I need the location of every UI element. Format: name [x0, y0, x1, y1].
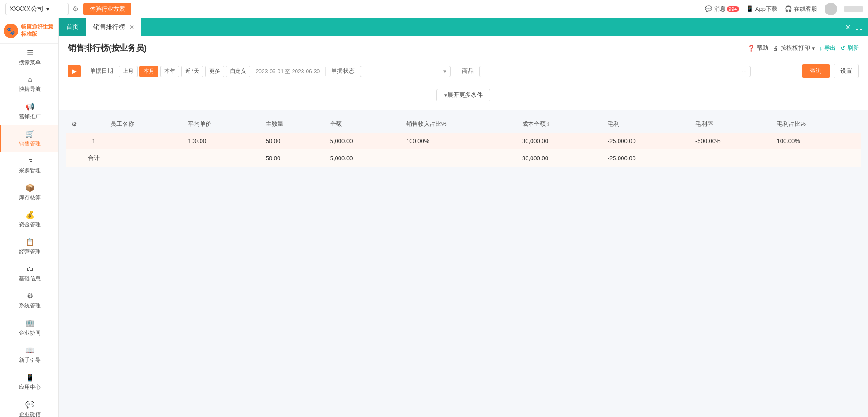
sidebar-item-finance[interactable]: 💰 资金管理	[0, 206, 58, 233]
goods-more-icon[interactable]: ···	[742, 68, 747, 75]
sidebar-item-marketing[interactable]: 📢 营销推广	[0, 98, 58, 125]
row-sales-ratio: 100.00%	[401, 133, 517, 149]
date-btn-7days[interactable]: 近7天	[181, 66, 203, 77]
sidebar-item-purchase[interactable]: 🛍 采购管理	[0, 152, 58, 179]
col-header-main-qty: 主数量	[260, 115, 325, 133]
online-service-btn[interactable]: 🎧 在线客服	[785, 5, 817, 13]
tab-sales-rank[interactable]: 销售排行榜 ✕	[86, 18, 141, 36]
message-icon: 💬	[705, 5, 712, 12]
sidebar-item-search-order[interactable]: ☰ 搜索菜单	[0, 44, 58, 71]
close-window-icon[interactable]: ✕	[845, 23, 851, 32]
table-footer: 合计 50.00 5,000.00 30,000.00 -25,000.00	[66, 149, 861, 167]
trial-btn[interactable]: 体验行业方案	[83, 3, 131, 15]
col-header-cost-amount: 成本全额 ℹ	[517, 115, 602, 133]
date-btn-custom[interactable]: 自定义	[226, 66, 250, 77]
table-header-row: ⚙ 员工名称 平均单价 主数量 全额 销售收入占比% 成本全额 ℹ 毛利	[66, 115, 861, 133]
top-bar-right: 💬 消息 99+ 📱 App下载 🎧 在线客服	[705, 3, 863, 15]
sidebar-item-label: 搜索菜单	[19, 59, 41, 67]
expand-window-icon[interactable]: ⛶	[855, 23, 863, 31]
system-icon: ⚙	[27, 292, 33, 300]
col-header-rank	[82, 115, 105, 133]
help-btn[interactable]: ❓ 帮助	[748, 44, 768, 52]
col-header-employee: 员工名称	[105, 115, 182, 133]
sidebar-item-label: 销售管理	[19, 140, 41, 148]
row-avg-price: 100.00	[182, 133, 260, 149]
col-header-settings[interactable]: ⚙	[66, 115, 82, 133]
tab-close-icon[interactable]: ✕	[129, 24, 134, 30]
tab-bar: 首页 销售排行榜 ✕ ✕ ⛶	[59, 18, 868, 36]
date-btn-this-month[interactable]: 本月	[139, 66, 158, 77]
sidebar-item-label: 库存核算	[19, 194, 41, 201]
row-rank: 1	[82, 133, 105, 149]
sidebar-item-enterprise-wechat[interactable]: 💬 企业微信	[0, 396, 58, 417]
filter-expand-row: ▾ 展开更多条件	[68, 82, 859, 104]
row-gross-profit: -25,000.00	[602, 133, 690, 149]
total-employee	[105, 149, 182, 167]
avatar[interactable]	[825, 3, 837, 15]
sidebar-item-new-guide[interactable]: 📖 新手引导	[0, 341, 58, 369]
logo-text: 畅康通好生意 标准版	[21, 24, 53, 38]
home-icon: ⌂	[28, 76, 32, 84]
sidebar-item-quick-nav[interactable]: ⌂ 快捷导航	[0, 71, 58, 98]
sidebar-item-inventory[interactable]: 📦 库存核算	[0, 179, 58, 206]
table-body: 1 100.00 50.00 5,000.00 100.00% 30,000.0…	[66, 133, 861, 149]
sidebar-item-label: 经营管理	[19, 248, 41, 256]
col-header-avg-price: 平均单价	[182, 115, 260, 133]
tab-home[interactable]: 首页	[59, 18, 86, 36]
table-header: ⚙ 员工名称 平均单价 主数量 全额 销售收入占比% 成本全额 ℹ 毛利	[66, 115, 861, 133]
sidebar-item-app-center[interactable]: 📱 应用中心	[0, 369, 58, 396]
export-icon: ↓	[820, 45, 823, 52]
page-content: 销售排行榜(按业务员) ❓ 帮助 🖨 按模板打印 ▾ ↓ 导出	[59, 36, 868, 417]
marketing-icon: 📢	[25, 102, 34, 111]
export-btn[interactable]: ↓ 导出	[820, 44, 836, 52]
row-gross-profit-pct: 100.00%	[772, 133, 861, 149]
query-btn[interactable]: 查询	[802, 64, 830, 78]
help-icon: ❓	[748, 45, 755, 52]
sidebar-item-enterprise-collab[interactable]: 🏢 企业协同	[0, 314, 58, 341]
expand-icon: ▾	[444, 92, 447, 99]
message-badge: 99+	[727, 6, 739, 12]
goods-input[interactable]: ···	[479, 66, 751, 77]
print-icon: 🖨	[773, 45, 779, 52]
filter-collapse-btn[interactable]: ▶	[68, 65, 81, 77]
main-layout: 🐾 畅康通好生意 标准版 ☰ 搜索菜单 ⌂ 快捷导航 📢 营销推广 🛒 销售管理…	[0, 18, 868, 417]
refresh-btn[interactable]: ↺ 刷新	[840, 44, 859, 52]
app-icon: 📱	[746, 5, 753, 12]
date-btn-last-month[interactable]: 上月	[119, 66, 138, 77]
sidebar-item-sales[interactable]: 🛒 销售管理	[0, 125, 58, 152]
sidebar-item-system[interactable]: ⚙ 系统管理	[0, 287, 58, 314]
total-row: 合计 50.00 5,000.00 30,000.00 -25,000.00	[66, 149, 861, 167]
print-btn[interactable]: 🖨 按模板打印 ▾	[773, 44, 815, 52]
date-btn-more[interactable]: 更多	[205, 66, 224, 77]
expand-more-btn[interactable]: ▾ 展开更多条件	[436, 89, 490, 101]
status-select[interactable]: ▾	[360, 66, 451, 77]
message-btn[interactable]: 💬 消息 99+	[705, 5, 739, 13]
date-range: 2023-06-01 至 2023-06-30	[256, 68, 320, 76]
settings-btn[interactable]: 设置	[834, 64, 859, 78]
page-header: 销售排行榜(按业务员) ❓ 帮助 🖨 按模板打印 ▾ ↓ 导出	[59, 36, 868, 58]
print-dropdown-icon: ▾	[812, 45, 815, 52]
page-title: 销售排行榜(按业务员)	[68, 43, 147, 53]
finance-icon: 💰	[25, 211, 34, 219]
info-icon: ℹ	[547, 121, 549, 127]
app-download-btn[interactable]: 📱 App下载	[746, 5, 777, 13]
settings-icon[interactable]: ⚙	[72, 5, 79, 13]
dropdown-icon: ▾	[46, 5, 49, 13]
sidebar: 🐾 畅康通好生意 标准版 ☰ 搜索菜单 ⌂ 快捷导航 📢 营销推广 🛒 销售管理…	[0, 18, 59, 417]
refresh-icon: ↺	[840, 45, 845, 52]
row-gross-margin: -500.00%	[690, 133, 772, 149]
filter-main-row: ▶ 单据日期 上月 本月 本年 近7天 更多 自定义 2023-06-01 至 …	[68, 64, 859, 78]
tab-sales-rank-label: 销售排行榜	[93, 23, 125, 31]
total-avg-price	[182, 149, 260, 167]
col-header-amount: 全额	[325, 115, 401, 133]
company-selector[interactable]: XXXXX公司 ▾	[5, 3, 69, 15]
company-name: XXXXX公司	[10, 5, 43, 13]
basic-info-icon: 🗂	[26, 265, 34, 273]
filter-separator-1	[325, 67, 326, 76]
sidebar-item-label: 采购管理	[19, 167, 41, 174]
sidebar-item-operations[interactable]: 📋 经营管理	[0, 233, 58, 260]
sidebar-item-basic-info[interactable]: 🗂 基础信息	[0, 260, 58, 287]
date-btn-this-year[interactable]: 本年	[160, 66, 179, 77]
total-settings	[66, 149, 82, 167]
export-label: 导出	[824, 44, 836, 52]
